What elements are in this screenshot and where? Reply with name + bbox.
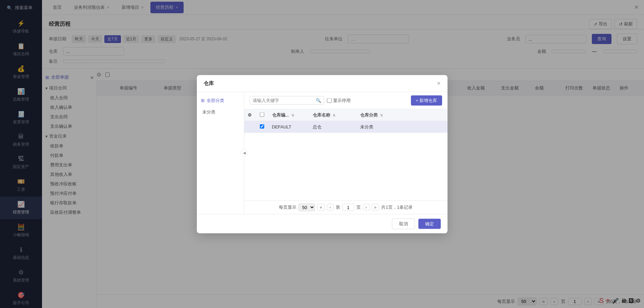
modal-search-input[interactable] [253,98,314,103]
modal-total: 共1页，1条记录 [381,204,412,210]
row-checkbox [256,121,269,133]
modal-toolbar: 🔍 显示停用 + 新增仓库 [244,92,448,109]
th-name: 仓库名称 ⇅ [309,109,357,121]
modal-footer: 取消 确定 [197,214,448,233]
category-uncategorized[interactable]: 未分类 [197,106,244,118]
add-warehouse-button[interactable]: + 新增仓库 [411,95,442,105]
th-code: 仓库编... ⇅ [269,109,309,121]
modal-page-size-label: 每页显示 [279,204,296,210]
modal-page-suffix: 页 [356,204,361,210]
modal-page-size-select[interactable]: 50 [298,203,315,211]
cancel-button[interactable]: 取消 [392,218,415,229]
modal-prev-btn[interactable]: ‹ [327,204,334,211]
modal-header: 仓库 × [197,75,448,92]
warehouse-modal: 仓库 × ⊞ 全部分类 未分类 ◀ 🔍 显示停用 [197,75,448,233]
modal-pagination: 每页显示 50 « ‹ 第 页 › » 共1页，1条记录 [244,200,448,214]
row-category: 未分类 [357,121,448,133]
modal-close-btn[interactable]: × [437,80,441,87]
row-settings [244,121,256,133]
modal-right-content: 🔍 显示停用 + 新增仓库 ⚙ [244,92,448,214]
category-all[interactable]: ⊞ 全部分类 [197,95,244,106]
modal-search-icon: 🔍 [316,98,321,103]
th-settings: ⚙ [244,109,256,121]
modal-page-input[interactable] [342,204,354,211]
th-category: 仓库分类 ⇅ [357,109,448,121]
category-collapse-btn[interactable]: ◀ [241,149,248,157]
sort-cat-icon: ⇅ [380,113,383,117]
modal-title: 仓库 [204,80,214,86]
th-checkbox [256,109,269,121]
table-row[interactable]: DEFAULT 总仓 未分类 [244,121,448,133]
show-disabled-checkbox[interactable] [327,98,332,103]
modal-first-btn[interactable]: « [317,204,325,211]
show-disabled-label: 显示停用 [327,97,351,103]
table-header-row: ⚙ 仓库编... ⇅ 仓库名称 ⇅ 仓库分类 [244,109,448,121]
sort-code-icon: ⇅ [291,113,294,117]
row-checkbox-input[interactable] [260,124,264,128]
modal-page-label: 第 [336,204,340,210]
row-name: 总仓 [309,121,357,133]
modal-table: ⚙ 仓库编... ⇅ 仓库名称 ⇅ 仓库分类 [244,109,448,200]
category-panel: ⊞ 全部分类 未分类 ◀ [197,92,244,214]
modal-body: ⊞ 全部分类 未分类 ◀ 🔍 显示停用 + 新增仓库 [197,92,448,214]
category-grid-icon: ⊞ [201,98,205,103]
sort-name-icon: ⇅ [333,113,335,117]
row-code: DEFAULT [269,121,309,133]
modal-search-wrap: 🔍 [250,96,324,105]
th-checkbox-input[interactable] [260,112,264,117]
modal-next-btn[interactable]: › [363,204,370,211]
confirm-button[interactable]: 确定 [418,219,441,229]
modal-last-btn[interactable]: » [372,204,379,211]
